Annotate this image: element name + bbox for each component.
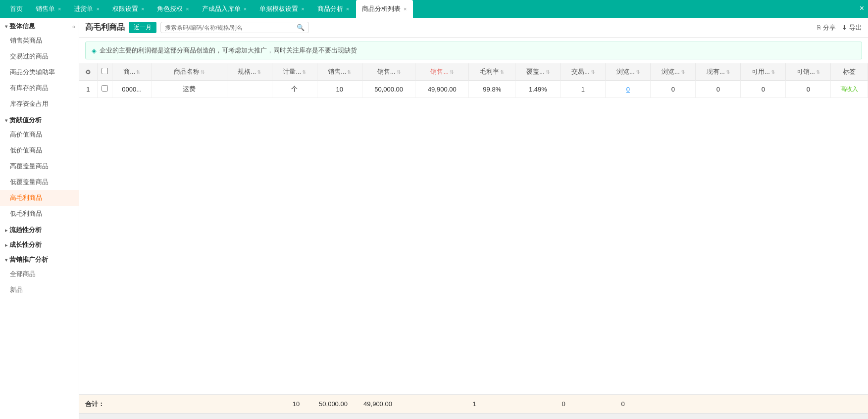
col-current-stock[interactable]: 现有...⇅ [696, 63, 741, 81]
col-sales-qty[interactable]: 销售...⇅ [317, 63, 362, 81]
sidebar-item-high-freq[interactable]: 高覆盖量商品 [0, 158, 79, 174]
cell-saleable: 0 [786, 81, 831, 98]
footer-current-stock: 0 [549, 400, 578, 408]
sidebar-group-growth[interactable]: ▸ 成长性分析 [0, 236, 79, 251]
sidebar-collapse-btn[interactable]: « [69, 22, 79, 32]
footer-transaction: 1 [460, 400, 489, 408]
nav-sales[interactable]: 销售单 × [30, 0, 67, 18]
nav-purchase-label: 进货单 [74, 4, 93, 13]
sidebar-group-overall[interactable]: ▾ 整体信息 [0, 18, 79, 33]
nav-template-close[interactable]: × [301, 6, 304, 12]
nav-sales-close[interactable]: × [58, 6, 61, 12]
cell-browse1[interactable]: 0 [606, 81, 651, 98]
col-browse1[interactable]: 浏览...⇅ [606, 63, 651, 81]
nav-purchase[interactable]: 进货单 × [68, 0, 105, 18]
sidebar-item-low-value[interactable]: 低价值商品 [0, 142, 79, 158]
sidebar-item-new-goods[interactable]: 新品 [0, 282, 79, 298]
sidebar-item-low-margin[interactable]: 低毛利商品 [0, 206, 79, 222]
nav-role-close[interactable]: × [186, 6, 189, 12]
nav-product-entry-label: 产成品入库单 [202, 4, 241, 13]
col-sales-amount[interactable]: 销售...⇅ [362, 63, 415, 81]
arrow-marketing: ▾ [5, 257, 7, 263]
col-sales-cost[interactable]: 销售...⇅ [415, 63, 469, 81]
col-code[interactable]: 商...⇅ [112, 63, 152, 81]
nav-analysis-list[interactable]: 商品分析列表 × [356, 0, 412, 18]
sidebar-group-financial[interactable]: ▾ 贡献值分析 [0, 112, 79, 127]
search-icon[interactable]: 🔍 [297, 24, 305, 31]
nav-analysis-close[interactable]: × [346, 6, 349, 12]
group-trend-label: 流趋性分析 [9, 226, 42, 234]
col-available[interactable]: 可用...⇅ [741, 63, 786, 81]
nav-template[interactable]: 单据模板设置 × [254, 0, 310, 18]
nav-role[interactable]: 角色授权 × [151, 0, 195, 18]
share-button[interactable]: ⎘ 分享 [817, 23, 836, 32]
nav-product-entry-close[interactable]: × [244, 6, 247, 12]
sidebar-item-traded-goods[interactable]: 交易过的商品 [0, 48, 79, 64]
cell-checkbox[interactable] [97, 81, 112, 98]
content-header: 高毛利商品 近一月 🔍 ⎘ 分享 ⬇ 导出 [79, 18, 868, 38]
sidebar-item-all-goods[interactable]: 全部商品 [0, 266, 79, 282]
cell-browse2: 0 [651, 81, 696, 98]
sidebar-group-marketing[interactable]: ▾ 营销推广分析 [0, 251, 79, 266]
table-container[interactable]: ⚙ 商...⇅ 商品名称⇅ 规格...⇅ 计量...⇅ 销售...⇅ 销售...… [79, 63, 868, 394]
page-title: 高毛利商品 [85, 22, 125, 33]
col-margin-rate[interactable]: 毛利率⇅ [469, 63, 515, 81]
col-coverage[interactable]: 覆盖...⇅ [515, 63, 561, 81]
search-input[interactable] [165, 24, 295, 31]
sidebar-item-sales-goods[interactable]: 销售类商品 [0, 33, 79, 48]
cell-spec [227, 81, 272, 98]
nav-analysis[interactable]: 商品分析 × [311, 0, 355, 18]
col-tag[interactable]: 标签 [831, 63, 868, 81]
info-text: 企业的主要的利润都是这部分商品创造的，可考虑加大推广，同时关注库存是不要出现缺货 [100, 46, 357, 55]
cell-available: 0 [741, 81, 786, 98]
search-box: 🔍 [160, 22, 309, 33]
col-spec[interactable]: 规格...⇅ [227, 63, 272, 81]
arrow-overall: ▾ [5, 24, 7, 29]
footer-sales-qty: 10 [281, 400, 311, 408]
sidebar-item-in-stock[interactable]: 有库存的商品 [0, 80, 79, 96]
col-saleable[interactable]: 可销...⇅ [786, 63, 831, 81]
nav-home[interactable]: 首页 [4, 0, 29, 18]
col-unit[interactable]: 计量...⇅ [272, 63, 317, 81]
cell-sales-qty: 10 [317, 81, 362, 98]
info-icon: ◈ [92, 47, 97, 54]
cell-sales-amount: 50,000.00 [362, 81, 415, 98]
sidebar-item-high-margin[interactable]: 高毛利商品 [0, 190, 79, 206]
footer-sales-amount: 50,000.00 [311, 400, 356, 408]
col-name[interactable]: 商品名称⇅ [152, 63, 227, 81]
col-settings[interactable]: ⚙ [79, 63, 97, 81]
share-icon: ⎘ [817, 24, 821, 31]
col-checkbox[interactable] [97, 63, 112, 81]
close-all-tabs[interactable]: × [860, 4, 864, 13]
nav-role-label: 角色授权 [157, 4, 183, 13]
nav-permission-close[interactable]: × [141, 6, 144, 12]
col-browse2[interactable]: 浏览...⇅ [651, 63, 696, 81]
sidebar-item-low-freq[interactable]: 低覆盖量商品 [0, 174, 79, 190]
data-table: ⚙ 商...⇅ 商品名称⇅ 规格...⇅ 计量...⇅ 销售...⇅ 销售...… [79, 63, 868, 98]
main-layout: « ▾ 整体信息 销售类商品 交易过的商品 商品分类辅助率 有库存的商品 库存资… [0, 18, 868, 419]
select-all-checkbox[interactable] [102, 68, 108, 74]
sidebar-group-trend[interactable]: ▸ 流趋性分析 [0, 222, 79, 236]
group-growth-label: 成长性分析 [9, 240, 42, 249]
sidebar-item-stock-capital[interactable]: 库存资金占用 [0, 96, 79, 112]
cell-tag: 高收入 [831, 81, 868, 98]
group-overall-label: 整体信息 [9, 22, 35, 31]
export-label: 导出 [849, 23, 862, 32]
cell-coverage: 1.49% [515, 81, 561, 98]
nav-permission[interactable]: 权限设置 × [106, 0, 150, 18]
group-marketing-label: 营销推广分析 [9, 255, 48, 264]
time-filter-button[interactable]: 近一月 [129, 22, 156, 33]
nav-analysis-list-close[interactable]: × [404, 6, 407, 12]
group-financial-label: 贡献值分析 [9, 116, 42, 125]
export-button[interactable]: ⬇ 导出 [842, 23, 862, 32]
sidebar-item-analysis-assist[interactable]: 商品分类辅助率 [0, 64, 79, 80]
nav-product-entry[interactable]: 产成品入库单 × [196, 0, 253, 18]
col-transaction[interactable]: 交易...⇅ [561, 63, 606, 81]
nav-analysis-list-label: 商品分析列表 [362, 4, 401, 13]
row-checkbox[interactable] [102, 85, 108, 92]
sidebar-item-high-value[interactable]: 高价值商品 [0, 127, 79, 142]
arrow-financial: ▾ [5, 118, 7, 123]
nav-purchase-close[interactable]: × [96, 6, 99, 12]
table-header-row: ⚙ 商...⇅ 商品名称⇅ 规格...⇅ 计量...⇅ 销售...⇅ 销售...… [79, 63, 868, 81]
horizontal-scrollbar[interactable] [79, 413, 868, 419]
